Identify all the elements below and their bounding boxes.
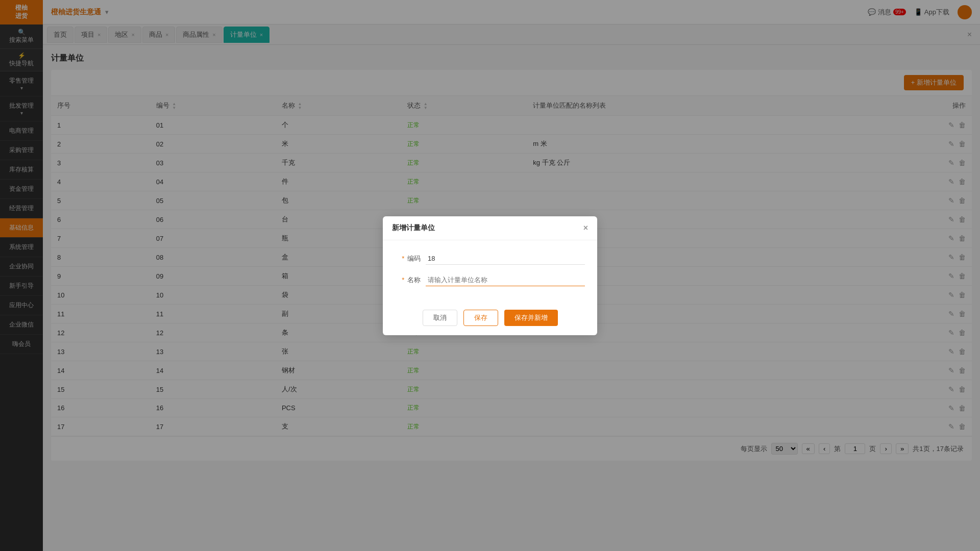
modal-title: 新增计量单位: [392, 223, 435, 233]
save-and-add-button[interactable]: 保存并新增: [504, 310, 558, 326]
save-button[interactable]: 保存: [463, 310, 498, 326]
modal-body: * 编码 * 名称: [383, 240, 597, 304]
required-marker: *: [402, 255, 404, 262]
name-input[interactable]: [426, 274, 585, 286]
form-row-name: * 名称: [395, 274, 585, 286]
code-input[interactable]: [426, 253, 585, 265]
modal-overlay: 新增计量单位 × * 编码 * 名称 取消 保存 保存并新增: [0, 0, 980, 551]
form-row-code: * 编码: [395, 253, 585, 265]
modal-footer: 取消 保存 保存并新增: [383, 304, 597, 335]
cancel-button[interactable]: 取消: [423, 310, 457, 326]
add-unit-modal: 新增计量单位 × * 编码 * 名称 取消 保存 保存并新增: [383, 216, 597, 335]
modal-header: 新增计量单位 ×: [383, 216, 597, 240]
name-label: * 名称: [395, 276, 421, 285]
code-label: * 编码: [395, 254, 421, 263]
required-marker: *: [402, 276, 404, 284]
modal-close-button[interactable]: ×: [583, 223, 588, 233]
